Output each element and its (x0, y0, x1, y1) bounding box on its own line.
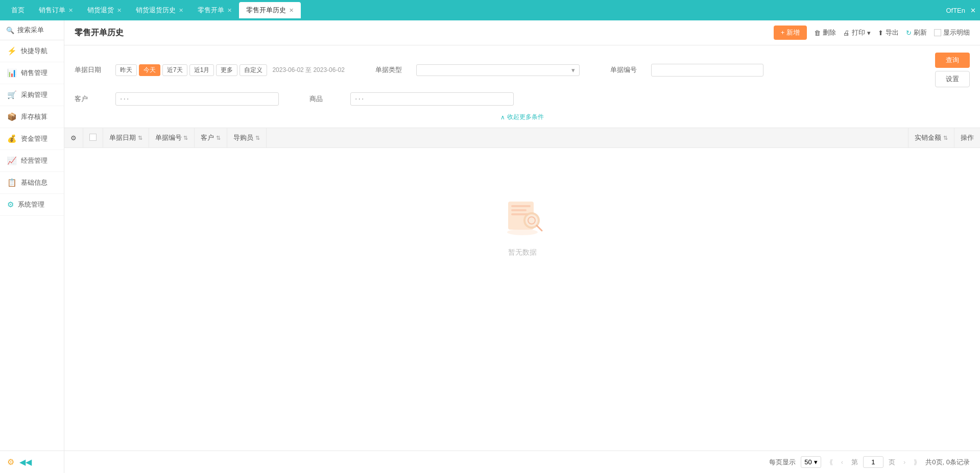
date-btn-more[interactable]: 更多 (216, 64, 237, 76)
show-detail-toggle[interactable]: 显示明细 (934, 28, 970, 37)
date-btn-today[interactable]: 今天 (139, 64, 160, 76)
page-size-arrow: ▾ (814, 458, 818, 466)
date-btn-yesterday[interactable]: 昨天 (115, 64, 137, 76)
sidebar-collapse-icon[interactable]: ◀◀ (19, 457, 32, 467)
sidebar-item-sales[interactable]: 📊 销售管理 (0, 62, 64, 84)
product-filter-select[interactable]: ··· (350, 92, 514, 106)
tab-retail-open[interactable]: 零售开单 ✕ (190, 2, 239, 18)
close-tab-sales-order-icon[interactable]: ✕ (68, 7, 73, 14)
tab-home-label: 首页 (11, 6, 25, 15)
refresh-icon: ↻ (906, 29, 912, 37)
export-icon: ⬆ (878, 29, 883, 37)
tab-sales-order[interactable]: 销售订单 ✕ (32, 2, 80, 18)
delete-button[interactable]: 🗑 删除 (814, 28, 836, 37)
th-guide[interactable]: 导购员 ⇅ (227, 128, 266, 148)
purchase-icon: 🛒 (7, 90, 17, 99)
query-button[interactable]: 查询 (935, 53, 970, 68)
page-title: 零售开单历史 (75, 28, 124, 38)
system-icon: ⚙ (7, 200, 14, 209)
sidebar: 🔍 搜索采单 ⚡ 快捷导航 📊 销售管理 🛒 采购管理 📦 库存核算 💰 资金管… (0, 20, 64, 473)
th-date[interactable]: 单据日期 ⇅ (103, 128, 149, 148)
number-filter-input[interactable] (651, 64, 763, 77)
customer-filter-select[interactable]: ··· (115, 92, 279, 106)
number-filter-label: 单据编号 (610, 65, 641, 74)
sidebar-item-finance[interactable]: 💰 资金管理 (0, 128, 64, 150)
sidebar-item-finance-label: 资金管理 (21, 134, 47, 143)
next-page-btn[interactable]: › (900, 457, 909, 467)
sidebar-item-inventory[interactable]: 📦 库存核算 (0, 106, 64, 128)
table-header-row: ⚙ 单据日期 ⇅ 单据编号 ⇅ 客户 (64, 128, 980, 148)
first-page-btn[interactable]: ⟪ (826, 457, 836, 467)
add-button[interactable]: + 新增 (774, 26, 807, 40)
prev-page-btn[interactable]: ‹ (838, 457, 846, 467)
customer-filter-label: 客户 (75, 94, 105, 104)
delete-label: 删除 (823, 28, 836, 37)
sidebar-item-quick-nav[interactable]: ⚡ 快捷导航 (0, 40, 64, 62)
close-tab-sales-return-history-icon[interactable]: ✕ (179, 7, 183, 14)
sidebar-search[interactable]: 🔍 搜索采单 (0, 20, 64, 40)
sidebar-item-basic-info[interactable]: 📋 基础信息 (0, 172, 64, 194)
th-guide-label: 导购员 (233, 134, 253, 141)
tab-sales-return-history-label: 销货退货历史 (136, 6, 176, 15)
close-tab-sales-return-icon[interactable]: ✕ (117, 7, 122, 14)
th-check[interactable] (83, 128, 103, 148)
sidebar-search-label: 搜索采单 (17, 26, 44, 35)
close-tab-retail-open-icon[interactable]: ✕ (227, 7, 232, 14)
svg-rect-2 (511, 205, 531, 207)
page-header: 零售开单历史 + 新增 🗑 删除 🖨 打印 ▾ ⬆ 导出 ↻ (64, 20, 980, 45)
filter-row-1: 单据日期 昨天 今天 近7天 近1月 更多 自定义 2023-06-02 至 2… (75, 53, 970, 87)
page-label-post: 页 (886, 457, 898, 468)
product-filter-dots: ··· (355, 94, 365, 104)
sidebar-item-purchase-label: 采购管理 (21, 90, 47, 99)
show-detail-text: 显示明细 (943, 28, 970, 37)
settings-button[interactable]: 设置 (935, 71, 970, 87)
th-date-sort-icon: ⇅ (138, 135, 142, 141)
tab-sales-return[interactable]: 销货退货 ✕ (80, 2, 129, 18)
select-all-checkbox[interactable] (89, 134, 97, 141)
tab-sales-return-history[interactable]: 销货退货历史 ✕ (129, 2, 190, 18)
customer-filter-dots: ··· (120, 94, 130, 104)
inventory-icon: 📦 (7, 112, 17, 121)
collapse-row[interactable]: ∧ 收起更多条件 (75, 111, 970, 123)
date-btn-7days[interactable]: 近7天 (162, 64, 187, 76)
sidebar-gear-icon[interactable]: ⚙ (7, 457, 14, 467)
export-button[interactable]: ⬆ 导出 (878, 28, 899, 37)
page-size-label: 每页显示 (769, 458, 796, 467)
sidebar-bottom: ⚙ ◀◀ (0, 451, 64, 473)
refresh-button[interactable]: ↻ 刷新 (906, 28, 927, 37)
sidebar-item-purchase[interactable]: 🛒 采购管理 (0, 84, 64, 106)
tab-retail-open-history[interactable]: 零售开单历史 ✕ (239, 2, 301, 18)
sidebar-item-system-label: 系统管理 (18, 200, 44, 209)
close-tab-retail-open-history-icon[interactable]: ✕ (289, 7, 294, 14)
th-number[interactable]: 单据编号 ⇅ (149, 128, 195, 148)
th-amount[interactable]: 实销金额 ⇅ (909, 128, 954, 148)
topbar-close-icon[interactable]: ✕ (970, 7, 976, 14)
th-amount-sort-icon: ⇅ (943, 135, 948, 141)
type-filter-select[interactable]: ▾ (416, 64, 580, 76)
print-button[interactable]: 🖨 打印 ▾ (843, 28, 871, 37)
th-gear[interactable]: ⚙ (64, 128, 83, 148)
sidebar-item-system[interactable]: ⚙ 系统管理 (0, 194, 64, 216)
th-guide-sort-icon: ⇅ (255, 135, 260, 141)
date-btn-custom[interactable]: 自定义 (240, 64, 267, 76)
table-container: ⚙ 单据日期 ⇅ 单据编号 ⇅ 客户 (64, 128, 980, 451)
page-nav: ⟪ ‹ 第 页 › ⟫ (826, 456, 921, 468)
th-number-sort-icon: ⇅ (183, 135, 188, 141)
topbar-right: OfTEn ✕ (946, 7, 976, 14)
date-range-text: 2023-06-02 至 2023-06-02 (272, 66, 344, 74)
sidebar-item-operations[interactable]: 📈 经营管理 (0, 150, 64, 172)
top-tabbar: 首页 销售订单 ✕ 销货退货 ✕ 销货退货历史 ✕ 零售开单 ✕ 零售开单历史 … (0, 0, 980, 20)
tab-home[interactable]: 首页 (4, 2, 32, 18)
date-btn-1month[interactable]: 近1月 (189, 64, 214, 76)
page-size-select[interactable]: 50 ▾ (801, 456, 821, 468)
main-layout: 🔍 搜索采单 ⚡ 快捷导航 📊 销售管理 🛒 采购管理 📦 库存核算 💰 资金管… (0, 20, 980, 473)
tab-retail-open-history-label: 零售开单历史 (246, 6, 286, 15)
show-detail-checkbox[interactable] (934, 29, 941, 36)
delete-icon: 🗑 (814, 29, 821, 37)
page-number-input[interactable] (863, 456, 883, 468)
filter-row-2: 客户 ··· 商品 ··· (75, 92, 970, 106)
last-page-btn[interactable]: ⟫ (911, 457, 920, 467)
basic-info-icon: 📋 (7, 178, 17, 187)
th-customer[interactable]: 客户 ⇅ (195, 128, 227, 148)
data-table: ⚙ 单据日期 ⇅ 单据编号 ⇅ 客户 (64, 128, 980, 298)
